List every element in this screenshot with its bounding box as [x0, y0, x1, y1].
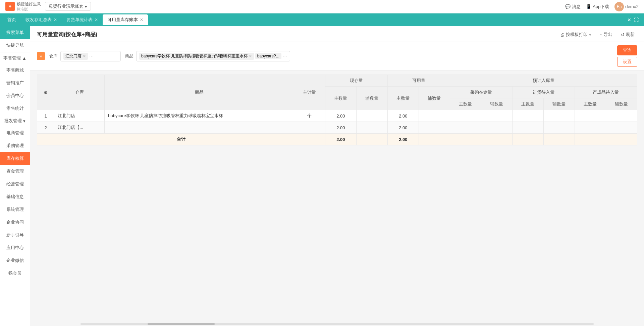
tab-order-stats[interactable]: 要货单统计表 ✕	[62, 14, 103, 25]
th-expected: 预计入库量	[450, 75, 637, 87]
sidebar-item-enterprise-wechat[interactable]: 企业微信	[0, 254, 30, 267]
th-stock-aux-label: 辅数量	[365, 96, 378, 101]
tab-receive-pay[interactable]: 收发存汇总表 ✕	[21, 14, 62, 25]
template-label: 标准版	[17, 7, 41, 11]
th-finished-main-label: 主数量	[584, 101, 597, 106]
sidebar-item-finance[interactable]: 资金管理	[0, 165, 30, 178]
export-btn[interactable]: ↑ 导出	[597, 30, 615, 39]
total-incoming-aux	[543, 134, 575, 145]
horizontal-scrollbar[interactable]	[30, 322, 644, 326]
message-btn[interactable]: 💬 消息	[565, 4, 581, 10]
print-chevron-icon: ▾	[589, 32, 591, 37]
product-tag-2: babycare?...	[255, 53, 281, 59]
sidebar-item-inventory[interactable]: 库存核算	[0, 152, 30, 165]
th-avail-aux-label: 辅数量	[428, 96, 441, 101]
tab-available-stock[interactable]: 可用量库存账本 ✕	[103, 14, 148, 25]
row2-finished-main	[575, 122, 606, 134]
user-profile[interactable]: Ea demo2	[614, 2, 639, 11]
tab-available-stock-close[interactable]: ✕	[140, 17, 143, 22]
settings-btn[interactable]: 设置	[617, 57, 637, 67]
table-row: 1 江北门店 babycare学饮杯 儿童防摔防撞吸管杯重力球吸嘴杯宝宝水杯 个…	[37, 110, 637, 122]
expand-btn[interactable]: »	[37, 52, 45, 60]
sidebar-item-member[interactable]: 会员中心	[0, 89, 30, 102]
tab-home-label: 首页	[7, 17, 16, 23]
sidebar-item-newbie[interactable]: 新手引导	[0, 229, 30, 241]
th-purchase-aux-label: 辅数量	[490, 101, 503, 106]
row2-unit	[294, 122, 325, 134]
download-btn[interactable]: 📱 App下载	[586, 4, 609, 10]
sidebar-item-system[interactable]: 系统管理	[0, 203, 30, 216]
top-bar: 畅捷通好生意 标准版 母婴行业演示账套 ▾ 💬 消息 📱 App下载 Ea de…	[0, 0, 644, 13]
th-finished-aux-label: 辅数量	[615, 101, 628, 106]
th-stock: 现存量	[325, 75, 387, 87]
warehouse-filter-label: 仓库	[49, 53, 58, 59]
row2-purchase-main	[450, 122, 481, 134]
th-incoming-main-label: 主数量	[521, 101, 534, 106]
th-incoming-aux: 辅数量	[543, 98, 575, 110]
page-header: 可用量查询(按仓库+商品) 🖨 按模板打印 ▾ ↑ 导出 ↺ 刷新	[30, 26, 644, 42]
print-btn[interactable]: 🖨 按模板打印 ▾	[557, 30, 594, 39]
table-header-row-1: ⚙ 仓库 商品 主计量 现存量	[37, 75, 637, 87]
th-unit-label: 主计量	[303, 90, 316, 95]
fullscreen-icon[interactable]: ⛶	[634, 17, 639, 22]
sidebar-item-ecommerce[interactable]: 电商管理	[0, 127, 30, 139]
filter-bar: » 仓库 江北门店 ✕ ··· 商品 babycare学饮杯 儿童防摔防撞吸管杯…	[30, 42, 644, 71]
product-tag-1-remove[interactable]: ✕	[249, 54, 252, 58]
export-icon: ↑	[600, 32, 602, 37]
total-stock-aux	[356, 134, 387, 145]
th-settings-icon[interactable]: ⚙	[37, 75, 54, 110]
row2-stock-main: 2.00	[325, 122, 356, 134]
sidebar-retail-stats-label: 零售统计	[6, 105, 24, 111]
download-icon: 📱	[586, 4, 591, 9]
top-bar-right: 💬 消息 📱 App下载 Ea demo2	[565, 2, 639, 11]
chevron-down-icon: ▾	[85, 4, 87, 9]
sidebar-item-basic-info[interactable]: 基础信息	[0, 190, 30, 203]
tab-available-stock-label: 可用量库存账本	[107, 17, 138, 23]
warehouse-tag-remove[interactable]: ✕	[83, 54, 86, 58]
sidebar-search[interactable]: 搜索菜单	[0, 26, 30, 39]
sidebar-item-retail-mgmt[interactable]: 零售管理 ▲	[0, 52, 30, 64]
tab-order-stats-close[interactable]: ✕	[95, 17, 98, 22]
row2-no: 2	[37, 122, 54, 134]
sidebar-item-quick-nav[interactable]: 快捷导航	[0, 39, 30, 52]
download-label: App下载	[593, 4, 609, 10]
row1-no: 1	[37, 110, 54, 122]
refresh-label: 刷新	[626, 32, 635, 38]
tab-receive-pay-close[interactable]: ✕	[54, 17, 57, 22]
scrollbar-thumb[interactable]	[148, 323, 215, 325]
product-filter-input[interactable]: babycare学饮杯 儿童防摔防撞吸管杯重力球吸嘴杯宝宝水杯 ✕ babyca…	[136, 51, 290, 61]
industry-selector[interactable]: 母婴行业演示账套 ▾	[45, 2, 91, 11]
th-incoming-label: 进货待入量	[533, 90, 554, 95]
sidebar-item-enterprise[interactable]: 企业协同	[0, 216, 30, 229]
row1-avail-aux	[419, 110, 450, 122]
sidebar: 搜索菜单 快捷导航 零售管理 ▲ 零售商城 营销推广 会员中心 零售统计 批发管	[0, 26, 30, 326]
total-finished-main	[575, 134, 606, 145]
th-purchase-aux: 辅数量	[481, 98, 512, 110]
export-label: 导出	[603, 32, 612, 38]
sidebar-finance-label: 资金管理	[6, 168, 24, 174]
row2-avail-aux	[419, 122, 450, 134]
row1-avail-main: 2.00	[387, 110, 419, 122]
print-label: 按模板打印	[566, 32, 588, 38]
product-dots[interactable]: ···	[283, 53, 287, 59]
sidebar-item-retail-stats[interactable]: 零售统计	[0, 102, 30, 115]
sidebar-item-operations[interactable]: 经营管理	[0, 178, 30, 190]
query-btn[interactable]: 查询	[617, 45, 637, 55]
logo-icon	[5, 2, 15, 11]
sidebar-item-marketing[interactable]: 营销推广	[0, 77, 30, 89]
sidebar-item-member2[interactable]: 畅会员	[0, 267, 30, 280]
sidebar-item-purchase[interactable]: 采购管理	[0, 139, 30, 152]
sidebar-item-wholesale-mgmt[interactable]: 批发管理 ▾	[0, 115, 30, 127]
tab-home[interactable]: 首页	[3, 14, 21, 25]
warehouse-filter-input[interactable]: 江北门店 ✕ ···	[60, 51, 121, 61]
th-purchase-transit-label: 采购在途量	[470, 90, 492, 95]
refresh-btn[interactable]: ↺ 刷新	[618, 30, 637, 39]
product-tag-2-text: babycare?...	[257, 54, 279, 58]
row2-finished-aux	[606, 122, 637, 134]
close-all-icon[interactable]: ✕	[627, 17, 631, 22]
sidebar-item-retail-store[interactable]: 零售商城	[0, 64, 30, 77]
sidebar-item-app-center[interactable]: 应用中心	[0, 241, 30, 254]
total-stock-main: 2.00	[325, 134, 356, 145]
th-warehouse: 仓库	[54, 75, 105, 110]
warehouse-dots[interactable]: ···	[89, 53, 94, 59]
